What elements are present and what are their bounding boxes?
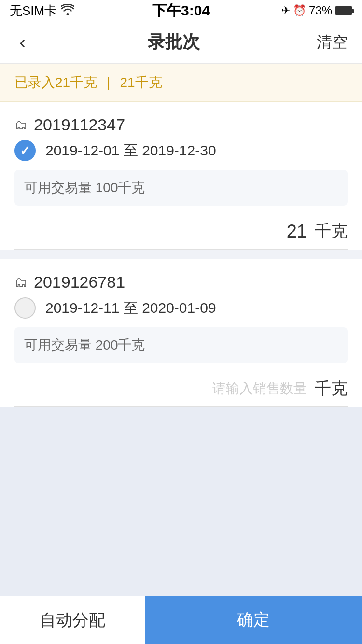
status-right: ✈ ⏰ 73% [281,4,352,17]
auto-distribute-button[interactable]: 自动分配 [0,596,145,644]
sim-text: 无SIM卡 [10,2,57,19]
batch-2-container: 🗂 2019126781 ✓ 2019-12-11 至 2020-01-09 可… [0,259,362,407]
wifi-icon [61,3,74,18]
batch-2-header: 🗂 2019126781 [14,273,348,292]
page-content: 已录入21千克 | 21千克 🗂 2019112347 ✓ 2019-12-01… [0,64,362,644]
batch-2-available-qty: 可用交易量 200千克 [14,327,348,363]
batch-1-unit: 千克 [315,220,348,242]
status-bar: 无SIM卡 下午3:04 ✈ ⏰ 73% [0,0,362,21]
batch-1-input-line: 21 千克 [14,220,348,249]
batch-2-icon: 🗂 [14,274,28,290]
battery-text: 73% [309,4,332,17]
bottom-bar: 自动分配 确定 [0,596,362,644]
confirm-button[interactable]: 确定 [145,596,362,644]
batch-2-unit: 千克 [315,378,348,400]
nav-bar: ‹ 录批次 清空 [0,21,362,64]
batch-1-row: ✓ 2019-12-01 至 2019-12-30 [14,140,348,161]
battery-icon [335,6,352,15]
batch-2-row: ✓ 2019-12-11 至 2020-01-09 [14,297,348,319]
batch-1-radio[interactable]: ✓ [14,140,36,161]
batch-2-date: 2019-12-11 至 2020-01-09 [45,298,216,318]
batch-1-header: 🗂 2019112347 [14,115,348,134]
batch-2-radio[interactable]: ✓ [14,297,36,319]
summary-total: 21千克 [120,73,162,92]
batch-1-available-qty: 可用交易量 100千克 [14,170,348,206]
batch-1-container: 🗂 2019112347 ✓ 2019-12-01 至 2019-12-30 可… [0,102,362,250]
batch-1-qty-value: 21 [287,221,307,242]
batch-2-id: 2019126781 [34,273,125,292]
batch-divider [0,250,362,259]
summary-entered: 已录入21千克 [14,73,97,92]
batch-2-item: 🗂 2019126781 ✓ 2019-12-11 至 2020-01-09 可… [0,259,362,363]
batch-2-input-section: 千克 [0,373,362,407]
batch-1-id: 2019112347 [34,115,125,134]
summary-divider: | [107,75,110,90]
page-title: 录批次 [148,30,200,54]
status-left: 无SIM卡 [10,2,74,19]
batch-1-icon: 🗂 [14,117,28,133]
status-time: 下午3:04 [152,1,210,21]
batch-1-item: 🗂 2019112347 ✓ 2019-12-01 至 2019-12-30 可… [0,102,362,206]
back-button[interactable]: ‹ [14,27,30,58]
batch-1-input-section: 21 千克 [0,215,362,250]
batch-1-date: 2019-12-01 至 2019-12-30 [45,141,216,161]
batch-2-qty-input[interactable] [172,381,307,396]
summary-banner: 已录入21千克 | 21千克 [0,64,362,102]
alarm-icon: ⏰ [293,4,306,17]
batch-2-input-line: 千克 [14,378,348,406]
check-icon: ✓ [20,143,30,158]
clear-button[interactable]: 清空 [317,32,348,53]
location-icon: ✈ [281,4,290,17]
